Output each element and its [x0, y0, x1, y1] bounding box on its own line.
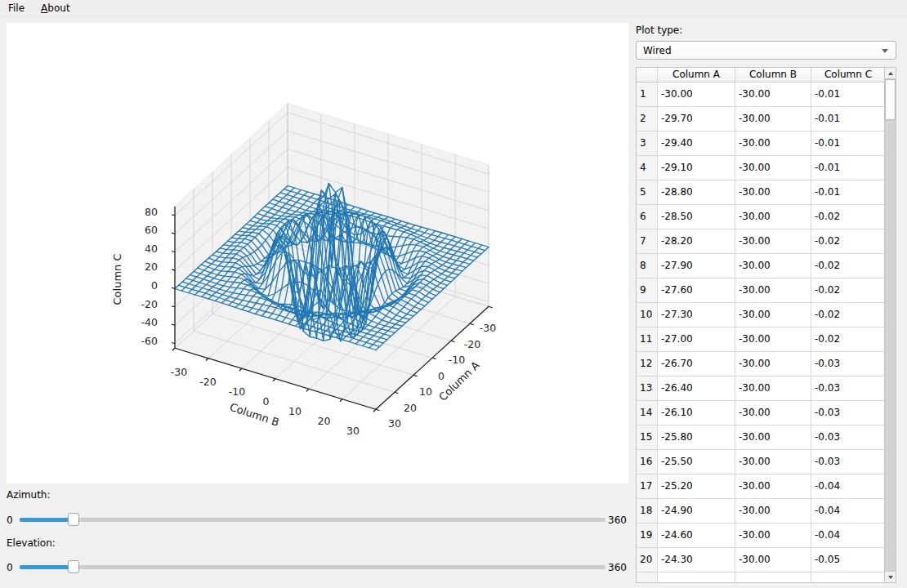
cell-column-c[interactable]: -0.03	[811, 401, 886, 425]
cell-column-b[interactable]: -30.00	[735, 303, 811, 327]
svg-text:Column C: Column C	[111, 254, 123, 305]
column-a-header[interactable]: Column A	[658, 68, 735, 82]
cell-column-a[interactable]: -25.50	[658, 450, 735, 474]
cell-column-c[interactable]: -0.01	[811, 131, 886, 156]
cell-column-a[interactable]: -26.70	[658, 352, 735, 376]
menu-bar: File About	[0, 0, 907, 16]
azimuth-slider-handle[interactable]	[68, 513, 79, 526]
cell-column-c[interactable]: -0.01	[811, 180, 886, 205]
cell-column-b[interactable]: -30.00	[735, 499, 811, 523]
cell-column-a[interactable]: -30.00	[658, 82, 735, 107]
menu-about[interactable]: About	[33, 0, 78, 16]
column-b-header[interactable]: Column B	[735, 68, 811, 82]
cell-column-a[interactable]: -25.20	[658, 474, 735, 499]
cell-column-b[interactable]: -30.00	[735, 107, 811, 131]
svg-text:20: 20	[404, 402, 417, 414]
cell-column-c[interactable]	[811, 572, 886, 583]
cell-column-b[interactable]: -30.00	[735, 376, 811, 401]
cell-column-a[interactable]: -26.40	[658, 376, 735, 401]
cell-column-a[interactable]: -28.80	[658, 180, 735, 205]
column-c-header[interactable]: Column C	[811, 68, 886, 82]
plot-type-combobox[interactable]: Wired	[636, 41, 896, 60]
azimuth-label: Azimuth:	[7, 489, 51, 501]
svg-text:-10: -10	[449, 354, 465, 366]
cell-column-b[interactable]: -30.00	[735, 327, 811, 352]
row-number-cell: 9	[637, 278, 658, 303]
scrollbar-up-button[interactable]	[885, 68, 896, 79]
cell-column-a[interactable]: -26.10	[658, 401, 735, 425]
table-row: 1-30.00-30.00-0.01	[637, 82, 896, 107]
cell-column-a[interactable]: -24.90	[658, 499, 735, 523]
cell-column-a[interactable]: -28.50	[658, 205, 735, 229]
cell-column-c[interactable]: -0.03	[811, 450, 886, 474]
cell-column-b[interactable]: -30.00	[735, 131, 811, 156]
table-scrollbar[interactable]	[884, 68, 896, 582]
cell-column-b[interactable]: -30.00	[735, 450, 811, 474]
scrollbar-thumb[interactable]	[885, 79, 896, 120]
svg-text:0: 0	[438, 370, 445, 382]
cell-column-b[interactable]: -30.00	[735, 474, 811, 499]
menu-file[interactable]: File	[0, 0, 33, 16]
cell-column-a[interactable]: -27.30	[658, 303, 735, 327]
elevation-slider-track[interactable]	[20, 565, 605, 569]
cell-column-a[interactable]: -29.10	[658, 156, 735, 180]
cell-column-a[interactable]: -24.60	[658, 523, 735, 548]
svg-text:10: 10	[288, 405, 302, 417]
table-row: 13-26.40-30.00-0.03	[637, 376, 896, 401]
cell-column-c[interactable]: -0.04	[811, 523, 886, 548]
azimuth-slider-track[interactable]	[20, 518, 605, 522]
cell-column-b[interactable]: -30.00	[735, 548, 811, 572]
cell-column-a[interactable]	[658, 572, 735, 583]
row-number-cell: 12	[637, 352, 658, 376]
table-row: 2-29.70-30.00-0.01	[637, 107, 896, 131]
cell-column-c[interactable]: -0.03	[811, 376, 886, 401]
cell-column-b[interactable]: -30.00	[735, 523, 811, 548]
cell-column-c[interactable]: -0.02	[811, 254, 886, 278]
cell-column-b[interactable]: -30.00	[735, 352, 811, 376]
cell-column-b[interactable]: -30.00	[735, 229, 811, 254]
cell-column-c[interactable]: -0.02	[811, 229, 886, 254]
cell-column-c[interactable]: -0.03	[811, 425, 886, 450]
row-number-cell: 5	[637, 180, 658, 205]
cell-column-b[interactable]: -30.00	[735, 156, 811, 180]
cell-column-b[interactable]: -30.00	[735, 425, 811, 450]
row-number-cell: 4	[637, 156, 658, 180]
elevation-slider-handle[interactable]	[68, 560, 79, 573]
cell-column-c[interactable]: -0.02	[811, 303, 886, 327]
cell-column-c[interactable]: -0.02	[811, 327, 886, 352]
elevation-max-label: 360	[608, 562, 627, 573]
cell-column-c[interactable]: -0.05	[811, 548, 886, 572]
plot-canvas[interactable]: -30-30-20-20-10-1000101020203030-60-40-2…	[7, 23, 628, 483]
cell-column-a[interactable]: -27.60	[658, 278, 735, 303]
row-number-cell: 16	[637, 450, 658, 474]
cell-column-b[interactable]: -30.00	[735, 82, 811, 107]
cell-column-c[interactable]: -0.03	[811, 352, 886, 376]
svg-text:0: 0	[151, 279, 158, 292]
cell-column-c[interactable]: -0.02	[811, 278, 886, 303]
cell-column-a[interactable]: -29.40	[658, 131, 735, 156]
cell-column-b[interactable]	[735, 572, 811, 583]
cell-column-a[interactable]: -28.20	[658, 229, 735, 254]
scrollbar-down-button[interactable]	[885, 571, 896, 582]
cell-column-b[interactable]: -30.00	[735, 254, 811, 278]
row-number-cell: 11	[637, 327, 658, 352]
cell-column-c[interactable]: -0.04	[811, 474, 886, 499]
cell-column-c[interactable]: -0.01	[811, 156, 886, 180]
cell-column-a[interactable]: -27.90	[658, 254, 735, 278]
row-number-cell: 15	[637, 425, 658, 450]
cell-column-b[interactable]: -30.00	[735, 180, 811, 205]
cell-column-a[interactable]: -27.00	[658, 327, 735, 352]
cell-column-a[interactable]: -25.80	[658, 425, 735, 450]
cell-column-c[interactable]: -0.01	[811, 107, 886, 131]
cell-column-a[interactable]: -24.30	[658, 548, 735, 572]
plot-type-label: Plot type:	[636, 24, 682, 36]
cell-column-c[interactable]: -0.04	[811, 499, 886, 523]
cell-column-c[interactable]: -0.01	[811, 82, 886, 107]
cell-column-b[interactable]: -30.00	[735, 401, 811, 425]
cell-column-b[interactable]: -30.00	[735, 205, 811, 229]
cell-column-b[interactable]: -30.00	[735, 278, 811, 303]
svg-text:-20: -20	[199, 376, 216, 388]
cell-column-a[interactable]: -29.70	[658, 107, 735, 131]
cell-column-c[interactable]: -0.02	[811, 205, 886, 229]
svg-text:-30: -30	[480, 322, 496, 334]
